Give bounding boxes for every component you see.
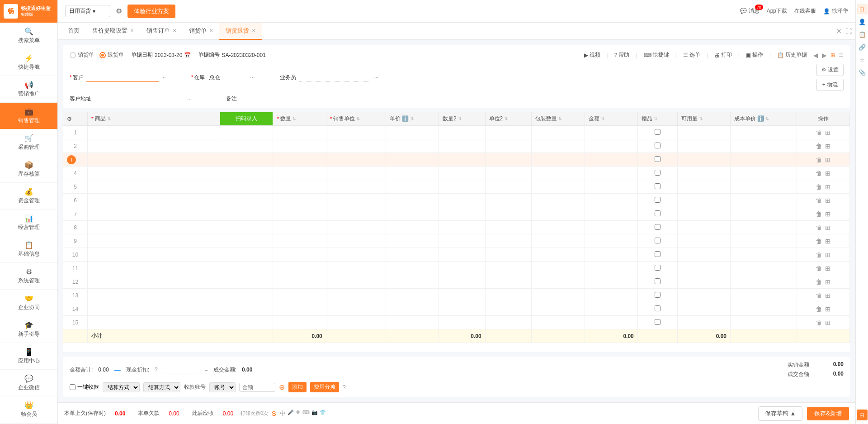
select-bill-btn[interactable]: ☰ 选单 — [680, 50, 703, 60]
expense-info-icon[interactable]: ? — [343, 384, 346, 391]
trial-button[interactable]: 体验行业方案 — [127, 5, 175, 18]
copy-btn-2[interactable]: ⊞ — [824, 142, 831, 151]
delete-btn-14[interactable]: 🗑 — [815, 305, 823, 314]
radio-sales[interactable]: 销货单 — [70, 51, 94, 59]
discount-info-icon[interactable]: ? — [155, 367, 158, 373]
gift-check-7[interactable] — [655, 210, 660, 216]
delete-btn-3[interactable]: 🗑 — [815, 155, 823, 164]
delete-btn-2[interactable]: 🗑 — [815, 142, 823, 151]
sidebar-item-14[interactable]: 👑畅会员 — [0, 396, 57, 423]
gift-check-5[interactable] — [655, 183, 660, 189]
calendar-icon[interactable]: 📅 — [184, 52, 191, 58]
col-scan[interactable]: 扫码录入 — [220, 112, 273, 126]
tab-1[interactable]: 售价提取设置✕ — [86, 23, 140, 40]
app-download-link[interactable]: App下载 — [767, 7, 787, 15]
save-new-button[interactable]: 保存&新增 — [807, 407, 849, 420]
prev-record-icon[interactable]: ◀ — [813, 52, 818, 59]
copy-btn-14[interactable]: ⊞ — [824, 305, 831, 314]
gift-check-13[interactable] — [655, 292, 660, 298]
customer-input[interactable] — [86, 73, 159, 82]
user-menu[interactable]: 👤 徐泽华 — [823, 7, 848, 15]
right-panel-icon-4[interactable]: 🔗 — [857, 42, 868, 52]
gift-check-8[interactable] — [655, 224, 660, 230]
sidebar-item-12[interactable]: 📱应用中心 — [0, 343, 57, 370]
copy-btn-11[interactable]: ⊞ — [824, 264, 831, 273]
sidebar-item-0[interactable]: 🔍搜索菜单 — [0, 23, 57, 49]
gift-check-12[interactable] — [655, 278, 660, 284]
sidebar-item-6[interactable]: 💰资金管理 — [0, 183, 57, 210]
copy-btn-12[interactable]: ⊞ — [824, 277, 831, 286]
gift-check-6[interactable] — [655, 197, 660, 203]
delete-btn-10[interactable]: 🗑 — [815, 250, 823, 259]
copy-btn-5[interactable]: ⊞ — [824, 182, 831, 191]
gift-check-1[interactable] — [655, 129, 660, 135]
tab-3[interactable]: 销货单✕ — [183, 23, 219, 40]
gift-check-9[interactable] — [655, 238, 660, 243]
copy-btn-10[interactable]: ⊞ — [824, 250, 831, 259]
copy-btn-7[interactable]: ⊞ — [824, 210, 831, 219]
shortcuts-btn[interactable]: ⌨ 快捷键 — [641, 50, 672, 60]
topbar-gear-icon[interactable]: ⚙ — [116, 7, 122, 15]
tab-close-2[interactable]: ✕ — [173, 28, 176, 33]
tab-close-1[interactable]: ✕ — [130, 28, 134, 33]
expense-btn[interactable]: 费用分摊 — [310, 382, 339, 392]
account-select[interactable]: 账号 — [209, 382, 236, 392]
copy-btn-15[interactable]: ⊞ — [824, 318, 831, 327]
sidebar-item-11[interactable]: 🎓新手引导 — [0, 316, 57, 343]
add-row-btn[interactable]: + — [67, 155, 76, 164]
copy-btn-13[interactable]: ⊞ — [824, 291, 831, 300]
copy-btn-9[interactable]: ⊞ — [824, 237, 831, 246]
goods-input-3[interactable] — [91, 156, 216, 163]
right-panel-icon-1[interactable]: ⊡ — [857, 4, 868, 14]
delete-btn-5[interactable]: 🗑 — [815, 182, 823, 191]
gift-check-14[interactable] — [655, 305, 660, 311]
tab-2[interactable]: 销售订单✕ — [140, 23, 183, 40]
settings-btn[interactable]: ⚙ 设置 — [816, 64, 844, 76]
right-panel-icon-3[interactable]: 📋 — [857, 29, 868, 40]
delete-btn-11[interactable]: 🗑 — [815, 264, 823, 273]
address-search-icon[interactable]: ··· — [187, 96, 192, 102]
sidebar-item-4[interactable]: 🛒采购管理 — [0, 129, 57, 156]
logistics-btn[interactable]: + 物流 — [816, 79, 844, 91]
delete-btn-7[interactable]: 🗑 — [815, 210, 823, 219]
mic-icon[interactable]: 🎤 — [288, 410, 294, 418]
right-panel-icon-5[interactable]: ☆ — [857, 54, 868, 65]
tab-0[interactable]: 首页 — [61, 23, 86, 40]
sidebar-item-2[interactable]: 📢营销推广 — [0, 76, 57, 103]
qr-icon[interactable]: 📷 — [311, 410, 318, 418]
delete-btn-9[interactable]: 🗑 — [815, 237, 823, 246]
delete-btn-15[interactable]: 🗑 — [815, 318, 823, 327]
more-icon[interactable]: ⋯ — [328, 410, 333, 418]
radio-return[interactable]: 退货单 — [99, 51, 124, 59]
copy-btn-4[interactable]: ⊞ — [824, 169, 831, 178]
sidebar-item-9[interactable]: ⚙系统管理 — [0, 263, 57, 290]
shirt-icon[interactable]: 👕 — [320, 410, 326, 418]
tab-4[interactable]: 销货退货✕ — [219, 23, 262, 40]
remark-input[interactable] — [240, 95, 375, 103]
sidebar-item-3[interactable]: 💼销售管理 — [0, 103, 57, 129]
gift-check-2[interactable] — [655, 143, 660, 148]
sidebar-item-5[interactable]: 📦库存核算 — [0, 156, 57, 183]
print-btn[interactable]: 🖨 打印 — [712, 50, 735, 60]
salesperson-input[interactable] — [299, 73, 371, 82]
warehouse-search-icon[interactable]: ··· — [250, 74, 255, 81]
sidebar-item-7[interactable]: 📊经营管理 — [0, 210, 57, 236]
right-panel-icon-orange[interactable]: ⊞ — [857, 410, 868, 420]
copy-btn-8[interactable]: ⊞ — [824, 223, 831, 232]
history-btn[interactable]: 📋 历史单据 — [774, 50, 810, 60]
delete-btn-1[interactable]: 🗑 — [815, 128, 823, 137]
help-btn[interactable]: ? 帮助 — [612, 50, 632, 60]
eye-icon[interactable]: 👁 — [296, 410, 301, 418]
address-input[interactable] — [94, 95, 184, 103]
customer-search-icon[interactable]: ··· — [161, 74, 166, 81]
sidebar-item-13[interactable]: 💬企业微信 — [0, 370, 57, 396]
gift-check-3[interactable] — [655, 156, 660, 162]
video-btn[interactable]: ▶ 视频 — [581, 50, 603, 60]
gift-check-11[interactable] — [655, 265, 660, 271]
input-method-icon[interactable]: 中 — [280, 410, 286, 418]
expand-icon[interactable]: ⛶ — [845, 28, 852, 35]
delete-btn-12[interactable]: 🗑 — [815, 277, 823, 286]
delete-btn-6[interactable]: 🗑 — [815, 196, 823, 205]
copy-btn-3[interactable]: ⊞ — [824, 155, 831, 164]
sidebar-item-1[interactable]: ⚡快捷导航 — [0, 49, 57, 76]
